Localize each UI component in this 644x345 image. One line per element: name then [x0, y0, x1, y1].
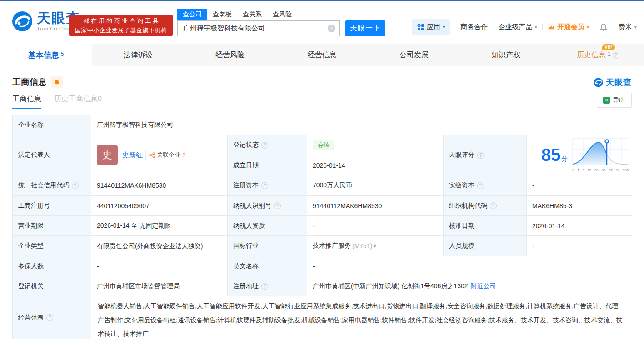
tab-label: 基本信息 — [28, 50, 59, 60]
menu-divider — [542, 24, 543, 30]
subtab-history-business-registration[interactable]: 历史工商信息0 — [54, 95, 102, 109]
tab-count: 5 — [61, 51, 64, 57]
tab-intellectual-property[interactable]: 知识产权 — [460, 44, 552, 66]
main-content: 工商信息 天眼查 工商信息 — [0, 75, 644, 339]
apps-menu[interactable]: 应用 ▾ — [412, 19, 450, 35]
vip-menu-label: 开通会员 — [557, 23, 584, 31]
legal-rep-avatar[interactable]: 史 — [97, 145, 118, 165]
industry-dropdown[interactable]: 技术推广服务 (M751) ▾ — [313, 242, 376, 250]
subtab-business-registration[interactable]: 工商信息 — [12, 95, 41, 109]
notification-bell[interactable] — [599, 23, 608, 31]
help-icon[interactable]: ? — [490, 202, 497, 209]
user-menu[interactable]: 费米 ▾ — [618, 23, 637, 31]
clear-icon[interactable]: × — [328, 25, 335, 32]
tyc-score-label: 天眼评分? — [444, 135, 527, 175]
establish-date-value: 2026-01-14 — [307, 155, 444, 175]
reg-address-value: 广州市黄埔区(中新广州知识城) 亿创街1号406房之1302 附近公司 — [307, 276, 632, 296]
export-button[interactable]: X 导出 — [597, 93, 632, 108]
tab-label: 历史信息 — [577, 51, 606, 59]
tab-legal-proceedings[interactable]: 法律诉讼 — [92, 44, 184, 66]
tianyancha-eye-icon — [594, 78, 603, 87]
slogan-banner: 都在用的商业查询工具 国家中小企业发展子基金旗下机构 — [69, 15, 173, 36]
help-icon[interactable]: ? — [46, 314, 53, 321]
tab-label: 公司发展 — [399, 50, 429, 60]
business-scope-label: 经营范围? — [13, 296, 91, 339]
help-icon[interactable]: ? — [261, 283, 268, 290]
search-button[interactable]: 天眼一下 — [345, 20, 385, 36]
reg-capital-value: 7000万人民币 — [307, 175, 444, 196]
chevron-down-icon: ▾ — [534, 24, 537, 30]
help-icon[interactable]: ? — [477, 152, 484, 159]
company-type-value: 有限责任公司(外商投资企业法人独资) — [91, 236, 228, 256]
tab-label-wrap: 历史信息 VIP — [577, 50, 606, 60]
staff-size-value: - — [527, 236, 632, 256]
search-tab-boss[interactable]: 查老板 — [207, 9, 237, 20]
menu-divider — [594, 24, 594, 30]
cooperation-menu[interactable]: 商务合作 — [460, 23, 488, 31]
tab-business-info[interactable]: 经营信息 — [276, 44, 368, 66]
search-area: 查公司 查老板 查关系 查风险 × 天眼一下 — [177, 9, 385, 36]
tab-basic-info[interactable]: 基本信息 5 — [0, 44, 92, 66]
tab-label: 经营信息 — [307, 50, 336, 60]
enterprise-products-menu[interactable]: 企业级产品 ▾ — [498, 23, 537, 31]
taxpayer-quality-value: - — [307, 216, 444, 236]
english-name-label: 英文名称 — [228, 256, 307, 276]
help-icon[interactable]: ? — [477, 182, 484, 189]
chevron-down-icon: ▾ — [443, 24, 445, 30]
tab-label: 经营风险 — [215, 50, 245, 60]
tab-count: 1 — [608, 51, 611, 57]
tyc-score-cell: 85分 — [527, 135, 632, 175]
menu-divider — [613, 24, 613, 30]
paid-capital-value: - — [527, 175, 632, 196]
legal-rep-link[interactable]: 史新红 — [122, 151, 143, 160]
company-type-label: 企业类型 — [13, 236, 91, 256]
tab-operational-risk[interactable]: 经营风险 — [184, 44, 276, 66]
insured-count-label: 参保人数 — [13, 256, 91, 276]
company-nav-tabs: 基本信息 5 法律诉讼 经营风险 经营信息 公司发展 知识产权 历史信息 VIP… — [0, 44, 644, 66]
related-companies-count: 2 — [182, 152, 185, 159]
search-tab-company[interactable]: 查公司 — [177, 9, 207, 20]
status-badge: 存续 — [313, 140, 334, 150]
score-curve-chart: 01 315 5085 9799 100 — [572, 138, 629, 172]
section-head: 工商信息 天眼查 — [12, 75, 632, 89]
cooperation-menu-label: 商务合作 — [460, 23, 488, 31]
reg-capital-label: 注册资本? — [228, 175, 307, 196]
nearby-companies-link[interactable]: 附近公司 — [471, 282, 496, 290]
help-icon[interactable]: ? — [72, 182, 79, 189]
taxpayer-id-value: 91440112MAK6HM8530 — [307, 196, 444, 216]
help-icon[interactable]: ? — [261, 182, 268, 189]
taxpayer-quality-label: 纳税人资质 — [228, 216, 307, 236]
reg-authority-label: 登记机关 — [13, 276, 91, 296]
insured-count-value: - — [91, 256, 228, 276]
tab-company-development[interactable]: 公司发展 — [368, 44, 460, 66]
reg-number-value: 440112005409607 — [91, 196, 228, 216]
company-name-label: 企业名称 — [13, 115, 91, 135]
related-companies-badge[interactable]: 关联企业 2 — [145, 150, 189, 160]
menu-divider — [493, 24, 493, 30]
watermark-logo: 天眼查 — [594, 77, 632, 88]
tab-label: 法律诉讼 — [124, 50, 153, 60]
reg-status-label: 登记状态? — [228, 135, 307, 155]
org-code-label: 组织机构代码? — [444, 196, 527, 216]
help-icon[interactable]: ? — [261, 142, 268, 149]
subscribe-bell-button[interactable] — [51, 76, 63, 88]
tab-history-info[interactable]: 历史信息 VIP 1 ? — [552, 44, 644, 66]
top-menu: 应用 ▾ 商务合作 企业级产品 ▾ 开通会员 ▾ — [412, 19, 637, 35]
reg-authority-value: 广州市黄埔区市场监督管理局 — [91, 276, 228, 296]
section-title-group: 工商信息 — [12, 76, 63, 88]
help-icon[interactable]: ? — [613, 52, 619, 59]
business-term-label: 营业期限 — [13, 216, 91, 236]
search-input[interactable] — [177, 20, 340, 36]
search-tab-relation[interactable]: 查关系 — [237, 9, 267, 20]
user-menu-label: 费米 — [618, 23, 632, 31]
vip-membership-menu[interactable]: 开通会员 ▾ — [548, 23, 589, 31]
bell-icon — [54, 79, 60, 85]
related-companies-label: 关联企业 — [157, 151, 180, 159]
score-axis-labels: 01 315 5085 9799 100 — [572, 168, 629, 172]
watermark-brand: 天眼查 — [606, 77, 632, 88]
establish-date-label: 成立日期 — [228, 155, 307, 175]
help-icon[interactable]: ? — [274, 202, 281, 209]
search-tab-risk[interactable]: 查风险 — [267, 9, 297, 20]
reg-status-value: 存续 — [307, 135, 444, 155]
industry-value: 技术推广服务 (M751) ▾ — [307, 236, 444, 256]
